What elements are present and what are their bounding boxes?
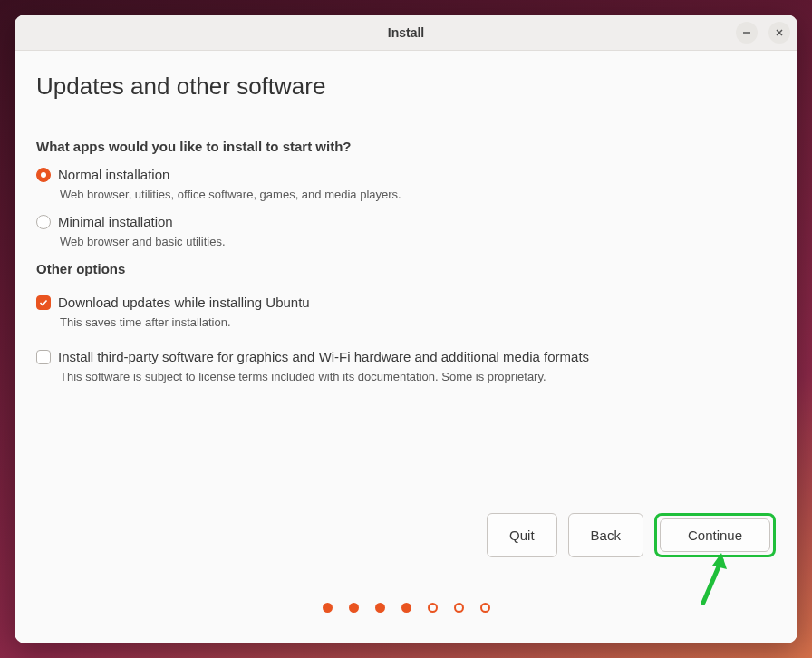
download-updates-desc: This saves time after installation. bbox=[60, 315, 776, 329]
checkbox-third-party[interactable]: Install third-party software for graphic… bbox=[36, 349, 776, 364]
checkbox-download-updates[interactable]: Download updates while installing Ubuntu bbox=[36, 295, 776, 310]
minimize-icon bbox=[742, 28, 751, 37]
progress-dot bbox=[454, 603, 464, 613]
third-party-desc: This software is subject to license term… bbox=[60, 370, 776, 383]
checkbox-icon bbox=[36, 295, 51, 310]
progress-dot bbox=[323, 603, 333, 613]
minimize-button[interactable] bbox=[736, 22, 758, 44]
close-button[interactable] bbox=[768, 22, 790, 44]
progress-dot bbox=[375, 603, 385, 613]
radio-icon bbox=[36, 215, 51, 229]
continue-button[interactable]: Continue bbox=[660, 518, 770, 552]
progress-dot bbox=[349, 603, 359, 613]
checkbox-label: Download updates while installing Ubuntu bbox=[58, 295, 310, 310]
radio-icon bbox=[36, 168, 51, 182]
apps-section-label: What apps would you like to install to s… bbox=[36, 139, 776, 154]
checkbox-icon bbox=[36, 350, 51, 364]
progress-dot bbox=[428, 603, 438, 613]
content-area: Updates and other software What apps wou… bbox=[14, 51, 798, 643]
minimal-install-desc: Web browser and basic utilities. bbox=[60, 235, 776, 248]
checkbox-label: Install third-party software for graphic… bbox=[58, 349, 589, 364]
radio-normal-install[interactable]: Normal installation bbox=[36, 167, 776, 182]
back-button[interactable]: Back bbox=[568, 513, 643, 557]
installer-window: Install Updates and other software What … bbox=[14, 15, 798, 643]
window-controls bbox=[736, 22, 790, 44]
titlebar: Install bbox=[14, 15, 798, 51]
other-section-label: Other options bbox=[36, 261, 776, 276]
progress-dots bbox=[36, 603, 776, 629]
progress-dot bbox=[401, 603, 411, 613]
quit-button[interactable]: Quit bbox=[487, 513, 557, 557]
radio-label: Normal installation bbox=[58, 167, 169, 182]
svg-line-3 bbox=[703, 560, 721, 603]
button-row: Quit Back Continue bbox=[36, 513, 776, 557]
window-title: Install bbox=[388, 25, 424, 40]
progress-dot bbox=[480, 603, 490, 613]
radio-minimal-install[interactable]: Minimal installation bbox=[36, 214, 776, 229]
radio-label: Minimal installation bbox=[58, 214, 173, 229]
normal-install-desc: Web browser, utilities, office software,… bbox=[60, 188, 776, 201]
page-title: Updates and other software bbox=[36, 73, 776, 101]
arrow-annotation-icon bbox=[694, 553, 730, 607]
continue-highlight: Continue bbox=[654, 513, 776, 557]
close-icon bbox=[775, 28, 784, 37]
